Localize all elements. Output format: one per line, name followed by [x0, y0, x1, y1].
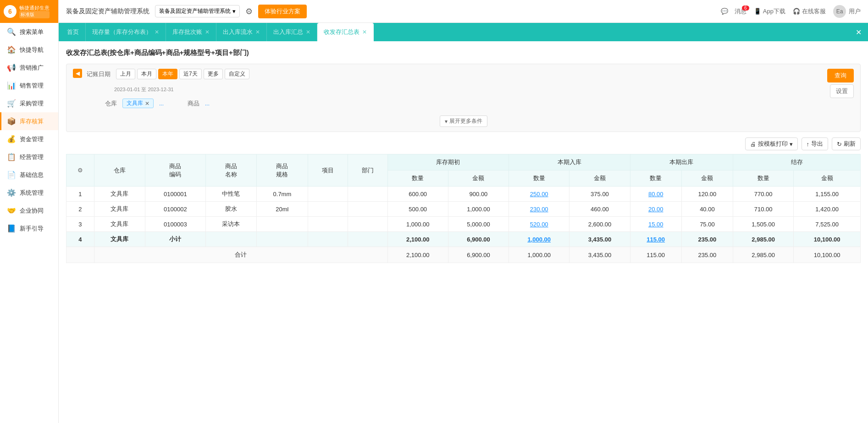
warehouse-tag-close[interactable]: ✕	[145, 100, 149, 107]
date-btn-more[interactable]: 更多	[204, 69, 223, 79]
online-service[interactable]: 🎧 在线客服	[793, 7, 826, 16]
sidebar-item-quicknav[interactable]: 🏠 快捷导航	[0, 41, 58, 59]
subtotal-empty	[206, 232, 257, 247]
row-dept	[348, 217, 387, 232]
th-settings[interactable]: ⚙	[66, 154, 94, 187]
sidebar-item-label: 新手引导	[20, 225, 44, 233]
th-open-amt: 金额	[448, 170, 509, 187]
app-download[interactable]: 📱 App下载	[754, 7, 785, 16]
book-icon: 📘	[7, 224, 16, 233]
filter-row: 记账日期 上月 本月 本年 近7天 更多 自定义 2023-01-01 至 20…	[87, 69, 827, 108]
row-out-qty[interactable]: 15.00	[630, 217, 681, 232]
tab-batch[interactable]: 库存批次账 ✕	[166, 23, 216, 41]
row-in-amt: 375.00	[569, 187, 630, 202]
row-project	[308, 217, 348, 232]
row-open-amt: 900.00	[448, 187, 509, 202]
row-in-qty[interactable]: 230.00	[509, 202, 569, 217]
row-bal-amt: 7,525.00	[794, 217, 861, 232]
sidebar-item-label: 销售管理	[20, 82, 44, 90]
topbar-left: 装备及固定资产辅助管理系统 装备及固定资产辅助管理系统 ▾ ⚙ 体验行业方案	[66, 5, 307, 18]
export-btn[interactable]: ↑ 导出	[802, 137, 829, 150]
subtotal-open-amt: 6,900.00	[448, 232, 509, 247]
close-all-tabs[interactable]: ✕	[851, 28, 866, 37]
date-btn-last-month[interactable]: 上月	[116, 69, 135, 79]
sidebar-item-system[interactable]: ⚙️ 系统管理	[0, 184, 58, 202]
tab-home[interactable]: 首页	[61, 23, 86, 41]
sidebar-item-guide[interactable]: 📘 新手引导	[0, 220, 58, 237]
sidebar-item-search[interactable]: 🔍 搜索菜单	[0, 23, 58, 41]
filter-bar: ◀ 记账日期 上月 本月 本年 近7天 更多 自定义	[66, 64, 861, 132]
sidebar-item-finance[interactable]: 💰 资金管理	[0, 130, 58, 148]
topbar: 装备及固定资产辅助管理系统 装备及固定资产辅助管理系统 ▾ ⚙ 体验行业方案 💬…	[59, 0, 868, 23]
expand-conditions-btn[interactable]: ▾ 展开更多条件	[440, 115, 487, 127]
table-row: 1 文具库 0100001 中性笔 0.7mm 600.00 900.00 25…	[66, 187, 861, 202]
tab-close-icon[interactable]: ✕	[205, 29, 210, 35]
notifications[interactable]: 💬 6 消息	[721, 7, 746, 16]
user-menu[interactable]: Ea 用户	[833, 5, 861, 18]
sidebar-item-label: 基础信息	[20, 171, 44, 179]
date-btn-this-year[interactable]: 本年	[158, 69, 177, 79]
warehouse-filter-label: 仓库	[105, 99, 117, 108]
subtotal-in-qty[interactable]: 1,000.00	[509, 232, 569, 247]
settings-icon[interactable]: ⚙	[245, 6, 253, 16]
sidebar-item-purchase[interactable]: 🛒 采购管理	[0, 94, 58, 112]
tab-inout-flow[interactable]: 出入库流水 ✕	[216, 23, 267, 41]
row-in-qty[interactable]: 520.00	[509, 217, 569, 232]
sidebar-item-operations[interactable]: 📋 经营管理	[0, 148, 58, 166]
row-out-qty[interactable]: 80.00	[630, 187, 681, 202]
refresh-btn[interactable]: ↻ 刷新	[832, 137, 861, 150]
home-icon: 🏠	[7, 45, 16, 54]
sidebar-item-inventory[interactable]: 📦 库存核算	[0, 112, 58, 130]
tab-close-icon[interactable]: ✕	[306, 29, 310, 35]
logo-icon: 6	[4, 5, 17, 18]
settings-button[interactable]: 设置	[830, 84, 854, 98]
footer-open-qty: 2,100.00	[387, 247, 448, 263]
sidebar-item-basic[interactable]: 📄 基础信息	[0, 166, 58, 184]
subtotal-bal-amt: 10,100.00	[794, 232, 861, 247]
th-bal-qty: 数量	[733, 170, 794, 187]
tab-receive-send[interactable]: 收发存汇总表 ✕	[317, 23, 374, 41]
date-btn-custom[interactable]: 自定义	[225, 69, 249, 79]
box-icon: 📦	[7, 117, 16, 126]
sidebar-item-collab[interactable]: 🤝 企业协同	[0, 202, 58, 220]
filter-collapse-btn[interactable]: ◀	[73, 69, 82, 78]
data-table-wrap: ⚙ 仓库 商品编码 商品名称 商品规格 项目 部门 库存期初 本期入库 本期出库…	[66, 154, 861, 263]
subtotal-empty	[308, 232, 348, 247]
tab-bar: 首页 现存量（库存分布表） ✕ 库存批次账 ✕ 出入库流水 ✕ 出入库汇总 ✕ …	[59, 23, 868, 41]
row-bal-qty: 710.00	[733, 202, 794, 217]
trial-button[interactable]: 体验行业方案	[258, 5, 307, 18]
sidebar-item-sales[interactable]: 📊 销售管理	[0, 77, 58, 94]
footer-bal-amt: 10,100.00	[794, 247, 861, 263]
footer-empty	[66, 247, 94, 263]
row-bal-qty: 770.00	[733, 187, 794, 202]
date-range: 2023-01-01 至 2023-12-31	[114, 87, 174, 92]
subtotal-in-amt: 3,435.00	[569, 232, 630, 247]
subtotal-warehouse: 文具库	[94, 232, 145, 247]
row-out-qty[interactable]: 20.00	[630, 202, 681, 217]
print-btn[interactable]: 🖨 按模板打印 ▾	[745, 137, 798, 150]
date-btn-this-month[interactable]: 本月	[137, 69, 156, 79]
goods-more[interactable]: ...	[205, 100, 210, 107]
gear-icon: ⚙️	[7, 188, 16, 197]
th-code: 商品编码	[145, 154, 205, 187]
row-warehouse: 文具库	[94, 202, 145, 217]
table-row: 3 文具库 0100003 采访本 1,000.00 5,000.00 520.…	[66, 217, 861, 232]
row-no: 2	[66, 202, 94, 217]
subtotal-out-qty[interactable]: 115.00	[630, 232, 681, 247]
row-in-qty[interactable]: 250.00	[509, 187, 569, 202]
sidebar-item-marketing[interactable]: 📢 营销推广	[0, 59, 58, 77]
tab-inout-summary[interactable]: 出入库汇总 ✕	[267, 23, 317, 41]
tab-close-icon[interactable]: ✕	[255, 29, 260, 35]
tab-close-icon[interactable]: ✕	[155, 29, 159, 35]
tab-home-label: 首页	[67, 28, 79, 36]
tab-close-icon[interactable]: ✕	[362, 29, 367, 35]
query-button[interactable]: 查询	[827, 69, 854, 82]
warehouse-more[interactable]: ...	[159, 100, 164, 107]
page-content: 收发存汇总表(按仓库+商品编码+商品+规格型号+项目+部门) ◀ 记账日期 上月…	[59, 41, 868, 423]
date-btn-7days[interactable]: 近7天	[179, 69, 202, 79]
tab-inventory-dist[interactable]: 现存量（库存分布表） ✕	[86, 23, 166, 41]
th-project: 项目	[308, 154, 348, 187]
sidebar-item-label: 采购管理	[20, 99, 44, 108]
th-out-qty: 数量	[630, 170, 681, 187]
system-selector[interactable]: 装备及固定资产辅助管理系统 ▾	[155, 5, 240, 17]
